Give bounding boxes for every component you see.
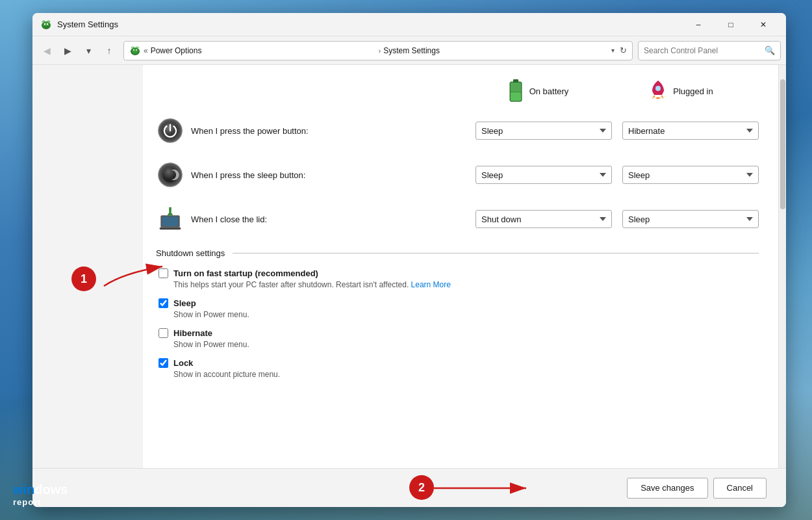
maximize-button[interactable]: □ [716, 14, 746, 35]
lid-on-battery-select[interactable]: Shut down Do nothing Sleep Hibernate [476, 210, 612, 228]
learn-more-link[interactable]: Learn More [411, 280, 451, 289]
scrollbar[interactable] [778, 65, 786, 468]
power-button-dropdowns: Sleep Do nothing Hibernate Shut down Hib… [476, 122, 759, 140]
sleep-button-label: When I press the sleep button: [184, 170, 476, 180]
sleep-item: Sleep Show in Power menu. [156, 298, 759, 319]
forward-button[interactable]: ▶ [58, 42, 77, 60]
power-button-icon [156, 116, 184, 145]
rocket-icon [648, 79, 668, 103]
svg-rect-24 [169, 207, 171, 212]
sleep-button-dropdowns: Sleep Do nothing Hibernate Shut down Sle… [476, 166, 759, 184]
fast-startup-label-row: Turn on fast startup (recommended) [159, 268, 759, 278]
sleep-button-row: When I press the sleep button: Sleep Do … [156, 159, 759, 191]
lock-label-row: Lock [159, 358, 759, 368]
window-controls: – □ ✕ [683, 14, 778, 35]
hibernate-title: Hibernate [173, 328, 212, 338]
title-bar: System Settings – □ ✕ [32, 13, 786, 36]
minimize-button[interactable]: – [683, 14, 713, 35]
system-settings-window: System Settings – □ ✕ ◀ ▶ ▾ ↑ « Power Op… [32, 13, 786, 507]
left-margin: 1 [32, 65, 143, 468]
power-button-on-battery-select[interactable]: Sleep Do nothing Hibernate Shut down [476, 122, 612, 140]
sleep-button-on-battery-select[interactable]: Sleep Do nothing Hibernate Shut down [476, 166, 612, 184]
power-button-plugged-in-select[interactable]: Hibernate Do nothing Sleep Shut down [622, 122, 759, 140]
address-part1: Power Options [151, 46, 376, 55]
svg-point-2 [44, 23, 45, 24]
sleep-checkbox[interactable] [159, 298, 168, 308]
address-chevron: › [379, 47, 381, 55]
plugged-in-header: Plugged in [609, 78, 752, 104]
search-icon[interactable]: 🔍 [765, 46, 775, 55]
svg-point-5 [132, 47, 138, 54]
windows-report-logo: windows report [13, 482, 68, 507]
svg-point-3 [47, 23, 48, 24]
svg-rect-22 [160, 228, 181, 230]
lid-plugged-in-select[interactable]: Sleep Do nothing Hibernate Shut down [622, 210, 759, 228]
shutdown-section-label: Shutdown settings [156, 248, 225, 258]
search-input[interactable] [644, 46, 765, 55]
lid-icon [156, 205, 184, 233]
refresh-button[interactable]: ↻ [620, 46, 627, 55]
scroll-thumb[interactable] [780, 79, 785, 209]
address-part2: System Settings [383, 46, 609, 55]
svg-point-7 [136, 49, 137, 51]
shutdown-section-divider: Shutdown settings [156, 248, 759, 258]
power-button-row: When I press the power button: Sleep Do … [156, 114, 759, 147]
window-icon [40, 19, 52, 31]
hibernate-checkbox[interactable] [159, 328, 168, 338]
save-changes-button[interactable]: Save changes [627, 478, 707, 499]
svg-point-19 [162, 167, 178, 183]
close-button[interactable]: ✕ [748, 14, 778, 35]
lock-desc: Show in account picture menu. [159, 370, 759, 379]
bottom-bar: 2 Save changes Cancel [32, 468, 786, 507]
svg-point-13 [655, 86, 661, 91]
svg-rect-10 [513, 79, 518, 83]
on-battery-header: On battery [466, 78, 609, 104]
fast-startup-item: Turn on fast startup (recommended) This … [156, 268, 759, 289]
section-line [233, 253, 759, 254]
sleep-desc: Show in Power menu. [159, 310, 759, 319]
annotation-1: 1 [71, 266, 96, 291]
svg-rect-12 [511, 83, 521, 92]
hibernate-item: Hibernate Show in Power menu. [156, 328, 759, 349]
lid-row: When I close the lid: Shut down Do nothi… [156, 203, 759, 235]
up-button[interactable]: ↑ [100, 42, 118, 60]
lock-checkbox[interactable] [159, 358, 168, 368]
address-bar-icon [129, 45, 141, 57]
sleep-title: Sleep [173, 298, 196, 308]
annotation-2: 2 [409, 475, 434, 500]
address-bar: « Power Options › System Settings ▾ ↻ [123, 41, 633, 60]
column-headers: On battery Plugged in [156, 78, 759, 104]
sleep-label-row: Sleep [159, 298, 759, 308]
window-title: System Settings [57, 20, 683, 29]
lock-item: Lock Show in account picture menu. [156, 358, 759, 379]
address-dropdown-button[interactable]: ▾ [609, 46, 617, 55]
fast-startup-desc: This helps start your PC faster after sh… [159, 280, 759, 289]
recent-pages-button[interactable]: ▾ [79, 42, 97, 60]
hibernate-desc: Show in Power menu. [159, 340, 759, 349]
sleep-button-icon [156, 161, 184, 189]
sleep-button-plugged-in-select[interactable]: Sleep Do nothing Hibernate Shut down [622, 166, 759, 184]
content-area: 1 [32, 65, 786, 468]
lid-label: When I close the lid: [184, 214, 476, 224]
power-button-label: When I press the power button: [184, 126, 476, 136]
svg-rect-21 [162, 216, 178, 226]
lid-dropdowns: Shut down Do nothing Sleep Hibernate Sle… [476, 210, 759, 228]
fast-startup-title: Turn on fast startup (recommended) [173, 268, 318, 278]
hibernate-label-row: Hibernate [159, 328, 759, 338]
svg-rect-11 [511, 92, 521, 101]
fast-startup-checkbox[interactable] [159, 268, 168, 278]
back-button[interactable]: ◀ [38, 42, 56, 60]
lock-title: Lock [173, 358, 193, 368]
cancel-button[interactable]: Cancel [713, 478, 767, 499]
svg-point-6 [133, 49, 134, 51]
nav-bar: ◀ ▶ ▾ ↑ « Power Options › System Setting… [32, 36, 786, 65]
search-bar: 🔍 [638, 41, 781, 60]
battery-icon [507, 78, 524, 104]
main-panel: On battery Plugged in [143, 65, 778, 468]
address-separator: « [144, 46, 148, 55]
